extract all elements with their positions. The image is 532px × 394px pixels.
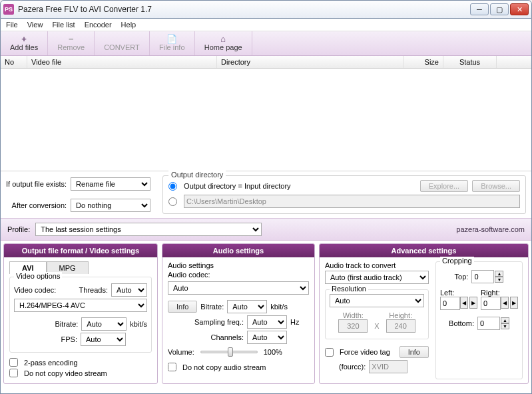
- after-label: After conversion:: [6, 201, 67, 209]
- sampling-label: Sampling freq.:: [194, 318, 244, 326]
- down-icon[interactable]: ▼: [495, 277, 503, 283]
- sampling-unit: Hz: [290, 318, 309, 326]
- up-icon[interactable]: ▲: [501, 317, 509, 323]
- toolbar-home-page[interactable]: ⌂Home page: [195, 31, 252, 55]
- audio-track-select[interactable]: Auto (first audio track): [325, 271, 429, 284]
- outdir-path-input[interactable]: [184, 195, 520, 208]
- fps-label: FPS:: [61, 335, 77, 343]
- minus-icon: −: [57, 34, 85, 43]
- plus-icon: +: [10, 34, 38, 43]
- fourcc-label: (fourcc):: [339, 363, 366, 371]
- audio-codec-label: Audio codec:: [168, 271, 309, 279]
- column-no[interactable]: No: [1, 56, 27, 68]
- nocopy-video-label: Do not copy video stream: [24, 369, 107, 377]
- fourcc-input[interactable]: [369, 360, 407, 373]
- profile-select[interactable]: The last session settings: [35, 223, 262, 236]
- vendor-link[interactable]: pazera-software.com: [456, 225, 525, 233]
- crop-right-input[interactable]: [481, 297, 501, 310]
- sampling-select[interactable]: Auto: [247, 315, 287, 329]
- cropping-legend: Cropping: [440, 257, 474, 265]
- left-icon[interactable]: ◀: [460, 297, 468, 309]
- crop-left-label: Left:: [440, 289, 477, 297]
- audio-info-button[interactable]: Info: [168, 301, 197, 313]
- maximize-button[interactable]: ▢: [490, 3, 509, 15]
- nocopy-audio-label: Do not copy audio stream: [182, 363, 266, 371]
- left-icon[interactable]: ◀: [501, 297, 509, 309]
- convert-icon: [104, 34, 140, 43]
- outdir-same-label: Output directory = Input directory: [184, 182, 291, 190]
- right-icon[interactable]: ▶: [510, 297, 518, 309]
- video-options-legend: Video options: [14, 272, 62, 280]
- right-icon[interactable]: ▶: [469, 297, 477, 309]
- crop-left-input[interactable]: [440, 297, 460, 310]
- dimension-x: X: [374, 314, 379, 330]
- force-tag-checkbox[interactable]: [325, 348, 334, 357]
- video-panel-title: Output file format / Video settings: [4, 244, 157, 257]
- width-input[interactable]: [338, 319, 368, 333]
- app-icon: PS: [3, 4, 14, 15]
- crop-top-label: Top:: [455, 273, 469, 281]
- threads-select[interactable]: Auto: [111, 283, 147, 297]
- nocopy-audio-checkbox[interactable]: [168, 363, 176, 371]
- twopass-checkbox[interactable]: [9, 358, 18, 367]
- advanced-info-button[interactable]: Info: [399, 346, 429, 358]
- force-tag-label: Force video tag: [340, 348, 390, 356]
- channels-label: Channels:: [210, 333, 244, 341]
- audio-codec-select[interactable]: Auto: [168, 281, 309, 295]
- menu-filelist[interactable]: File list: [52, 21, 75, 29]
- video-codec-label: Video codec:: [14, 286, 56, 294]
- crop-top-input[interactable]: [471, 270, 494, 283]
- down-icon[interactable]: ▼: [501, 323, 509, 329]
- audio-settings-label: Audio settings: [168, 261, 309, 269]
- audio-panel-title: Audio settings: [162, 244, 314, 257]
- exists-label: If output file exists:: [6, 180, 67, 188]
- crop-bottom-input[interactable]: [477, 317, 500, 330]
- close-button[interactable]: ✕: [510, 3, 529, 15]
- nocopy-video-checkbox[interactable]: [9, 369, 18, 377]
- video-bitrate-label: Bitrate:: [55, 320, 78, 328]
- toolbar-convert[interactable]: CONVERT: [95, 31, 150, 55]
- up-icon[interactable]: ▲: [495, 271, 503, 277]
- explore-button[interactable]: Explore...: [420, 180, 468, 192]
- channels-select[interactable]: Auto: [247, 331, 287, 344]
- volume-value: 100%: [264, 348, 282, 356]
- volume-slider[interactable]: [200, 351, 258, 353]
- volume-label: Volume:: [168, 348, 194, 356]
- crop-bottom-label: Bottom:: [449, 319, 474, 327]
- column-status[interactable]: Status: [443, 56, 497, 68]
- toolbar-remove[interactable]: −Remove: [48, 31, 95, 55]
- resolution-select[interactable]: Auto: [330, 294, 424, 307]
- exists-select[interactable]: Rename file: [71, 177, 150, 191]
- audio-bitrate-select[interactable]: Auto: [227, 300, 267, 313]
- crop-right-label: Right:: [481, 289, 518, 297]
- file-list[interactable]: No Video file Directory Size Status: [1, 56, 531, 171]
- after-select[interactable]: Do nothing: [71, 199, 150, 212]
- height-input[interactable]: [386, 319, 415, 333]
- twopass-label: 2-pass encoding: [24, 359, 78, 367]
- toolbar: +Add files −Remove CONVERT 📄File info ⌂H…: [1, 31, 531, 56]
- outdir-custom-radio[interactable]: [168, 197, 177, 206]
- column-directory[interactable]: Directory: [217, 56, 403, 68]
- width-label: Width:: [338, 311, 368, 319]
- fps-select[interactable]: Auto: [81, 333, 126, 346]
- toolbar-add-files[interactable]: +Add files: [1, 31, 48, 55]
- profile-label: Profile:: [7, 225, 30, 233]
- resolution-legend: Resolution: [330, 285, 368, 293]
- menu-encoder[interactable]: Encoder: [85, 21, 112, 29]
- browse-button[interactable]: Browse...: [472, 180, 520, 192]
- audio-track-label: Audio track to convert: [325, 261, 429, 269]
- video-codec-select[interactable]: H.264/MPEG-4 AVC: [14, 299, 147, 312]
- output-dir-legend: Output directory: [168, 171, 226, 179]
- window-title: Pazera Free FLV to AVI Converter 1.7: [18, 5, 470, 14]
- outdir-same-radio[interactable]: [168, 182, 177, 191]
- video-bitrate-select[interactable]: Auto: [81, 317, 127, 331]
- minimize-button[interactable]: ─: [470, 3, 489, 15]
- menu-view[interactable]: View: [27, 21, 43, 29]
- column-video-file[interactable]: Video file: [27, 56, 217, 68]
- video-bitrate-unit: kbit/s: [130, 320, 147, 328]
- toolbar-file-info[interactable]: 📄File info: [150, 31, 195, 55]
- menu-file[interactable]: File: [6, 21, 18, 29]
- column-size[interactable]: Size: [403, 56, 443, 68]
- height-label: Height:: [386, 311, 415, 319]
- menu-help[interactable]: Help: [121, 21, 136, 29]
